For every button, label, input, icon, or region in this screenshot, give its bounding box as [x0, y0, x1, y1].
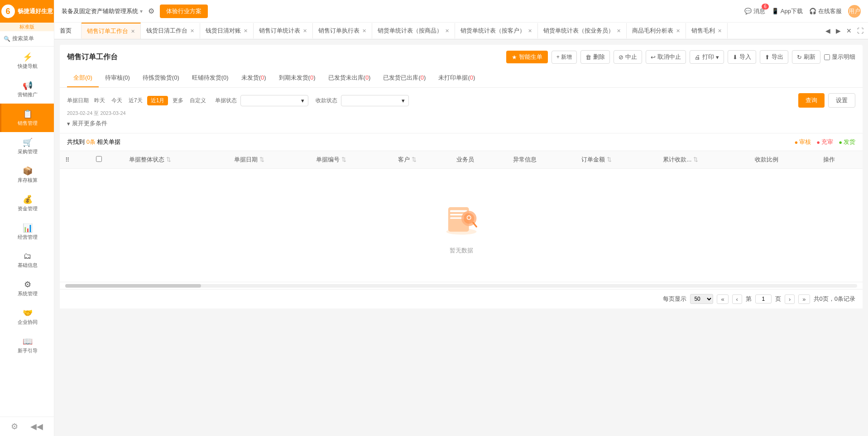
scroll-bar[interactable]	[60, 282, 863, 289]
date-option-今天[interactable]: 今天	[110, 96, 124, 105]
tab-close-sales-single-product[interactable]: ✕	[445, 28, 449, 34]
sidebar-item-sales[interactable]: 📋销售管理	[0, 104, 54, 132]
date-option-近1月[interactable]: 近1月	[147, 96, 168, 105]
filter-tab-shipped-out[interactable]: 已发货已出库(0)	[377, 69, 432, 87]
btn-stop[interactable]: ⊘ 中止	[614, 50, 642, 64]
page-input[interactable]	[755, 294, 772, 303]
tab-sales-single-customer[interactable]: 销货单统计表（按客户）✕	[455, 23, 538, 38]
sidebar-item-system[interactable]: ⚙系统管理	[0, 274, 54, 303]
tab-sales-workbench[interactable]: 销售订单工作台✕	[82, 23, 141, 39]
next-page-btn[interactable]: ›	[785, 294, 795, 304]
tab-sales-single-product[interactable]: 销货单统计表（按商品）✕	[372, 23, 455, 38]
tab-gross-margin[interactable]: 商品毛利分析表✕	[627, 23, 686, 38]
sidebar-item-marketing[interactable]: 📢营销推广	[0, 75, 54, 104]
btn-query[interactable]: 查询	[798, 93, 825, 108]
sidebar-item-inventory[interactable]: 📦库存核算	[0, 161, 54, 189]
tab-close-sales-workbench[interactable]: ✕	[131, 28, 135, 34]
date-option-更多[interactable]: 更多	[171, 96, 185, 105]
btn-add[interactable]: + 新增	[551, 51, 577, 64]
filter-tab-pending-review[interactable]: 待审核(0)	[99, 69, 136, 87]
prev-page-btn[interactable]: ‹	[732, 294, 742, 304]
tab-cash-daily[interactable]: 钱货日清工作台✕	[141, 23, 200, 38]
sidebar-item-operation[interactable]: 📊经营管理	[0, 218, 54, 246]
header-settings-icon[interactable]: ⚙	[148, 7, 154, 15]
filter-tab-pending-check[interactable]: 待拣货验货(0)	[136, 69, 186, 87]
tab-close-sales-more[interactable]: ✕	[718, 28, 722, 34]
import-icon: ⬇	[733, 54, 738, 61]
tab-label-sales-workbench: 销售订单工作台	[87, 27, 128, 35]
show-detail-input[interactable]	[824, 54, 830, 60]
btn-batch-cancel[interactable]: ● 充审	[816, 138, 833, 146]
filter-tab-wangpu-ship[interactable]: 旺铺待发货(0)	[186, 69, 235, 87]
gear-icon[interactable]: ⚙	[11, 422, 18, 431]
tab-close-sales-single-staff[interactable]: ✕	[617, 28, 621, 34]
first-page-btn[interactable]: «	[717, 294, 728, 304]
tab-close-cash-daily[interactable]: ✕	[190, 28, 194, 34]
tab-sales-stats[interactable]: 销售订单统计表✕	[254, 23, 313, 38]
btn-refresh[interactable]: ↻ 刷新	[792, 50, 820, 64]
btn-smart-create[interactable]: ★ 智能生单	[506, 51, 548, 63]
tab-close-sales-exec[interactable]: ✕	[362, 28, 366, 34]
filter-tabs: 全部(0)待审核(0)待拣货验货(0)旺铺待发货(0)未发货(0)到期未发货(0…	[60, 69, 863, 88]
btn-delete[interactable]: 🗑 删除	[580, 50, 610, 64]
tab-nav-prev[interactable]: ◀	[825, 26, 831, 35]
show-detail-checkbox[interactable]: 显示明细	[824, 53, 855, 61]
tab-sales-single-staff[interactable]: 销货单统计表（按业务员）✕	[538, 23, 627, 38]
table-info-text: 共找到 0条 相关单据	[67, 138, 120, 146]
tab-sales-more[interactable]: 销售毛利✕	[686, 23, 728, 38]
payment-select[interactable]: ▾	[341, 95, 409, 106]
btn-batch-ship[interactable]: ● 发货	[839, 138, 855, 146]
sidebar-item-finance[interactable]: 💰资金管理	[0, 189, 54, 218]
btn-export[interactable]: ⬆ 导出	[760, 50, 788, 64]
btn-industry[interactable]: 体验行业方案	[160, 5, 208, 18]
collapse-icon[interactable]: ◀◀	[30, 422, 43, 431]
filter-tab-overdue-not-shipped[interactable]: 到期未发货(0)	[273, 69, 322, 87]
filter-tab-shipped-not-out[interactable]: 已发货未出库(0)	[322, 69, 377, 87]
sidebar-item-quick-nav[interactable]: ⚡快捷导航	[0, 47, 54, 75]
btn-cancel-stop[interactable]: ↩ 取消中止	[646, 50, 686, 64]
date-option-近7天[interactable]: 近7天	[127, 96, 144, 105]
tab-sales-exec[interactable]: 销售订单执行表✕	[313, 23, 372, 38]
user-item[interactable]: 用户	[848, 5, 861, 18]
date-option-自定义[interactable]: 自定义	[188, 96, 208, 105]
sidebar-item-base-info[interactable]: 🗂基础信息	[0, 246, 54, 274]
tab-close-sales-single-customer[interactable]: ✕	[528, 28, 532, 34]
sidebar-search-label: 搜索菜单	[12, 35, 34, 43]
sidebar-item-coop[interactable]: 🤝企业协同	[0, 303, 54, 331]
select-all-checkbox[interactable]	[96, 156, 102, 162]
filter-tab-not-printed[interactable]: 未打印单据(0)	[432, 69, 481, 87]
filter-tab-not-shipped[interactable]: 未发货(0)	[235, 69, 273, 87]
tab-home[interactable]: 首页	[54, 23, 82, 38]
filter-tab-all[interactable]: 全部(0)	[67, 69, 99, 87]
tab-close-all[interactable]: ✕	[845, 26, 853, 35]
per-page-select[interactable]: 2050100	[690, 294, 713, 304]
expand-btn[interactable]: ▾ 展开更多条件	[67, 119, 107, 128]
online-service-item[interactable]: 🎧 在线客服	[809, 7, 842, 15]
th-check[interactable]	[91, 151, 124, 169]
tab-close-cash-reconcile[interactable]: ✕	[244, 28, 248, 34]
message-item[interactable]: 💬 消息 6	[744, 7, 765, 15]
tab-nav-next[interactable]: ▶	[835, 26, 842, 35]
btn-set[interactable]: 设置	[828, 93, 855, 108]
tab-cash-reconcile[interactable]: 钱货日清对账✕	[200, 23, 254, 38]
tab-label-gross-margin: 商品毛利分析表	[632, 27, 673, 35]
app-download-item[interactable]: 📱 App下载	[772, 7, 803, 15]
tab-maximize[interactable]: ⛶	[856, 26, 864, 35]
sidebar-search[interactable]: 🔍 搜索菜单	[0, 31, 54, 47]
btn-batch-review[interactable]: ● 审核	[794, 138, 811, 146]
status-select[interactable]: ▾	[240, 95, 308, 106]
last-page-btn[interactable]: »	[798, 294, 810, 304]
tab-close-sales-stats[interactable]: ✕	[303, 28, 307, 34]
sidebar-item-purchase[interactable]: 🛒采购管理	[0, 132, 54, 161]
date-option-昨天[interactable]: 昨天	[92, 96, 107, 105]
sidebar-item-newbie[interactable]: 📖新手引导	[0, 331, 54, 360]
tab-label-sales-single-customer: 销货单统计表（按客户）	[460, 27, 525, 35]
dropdown-arrow-icon[interactable]: ▾	[140, 8, 143, 14]
main-area: 装备及固定资产辅助管理系统 ▾ ⚙ 体验行业方案 💬 消息 6 📱 App下载 …	[54, 0, 868, 436]
btn-import[interactable]: ⬇ 导入	[728, 50, 756, 64]
tab-close-gross-margin[interactable]: ✕	[676, 28, 680, 34]
tab-bar-controls: ◀ ▶ ✕ ⛶	[821, 26, 868, 35]
scroll-thumb[interactable]	[65, 284, 201, 288]
btn-print[interactable]: 🖨 打印 ▾	[690, 50, 724, 64]
scroll-track	[65, 284, 857, 288]
